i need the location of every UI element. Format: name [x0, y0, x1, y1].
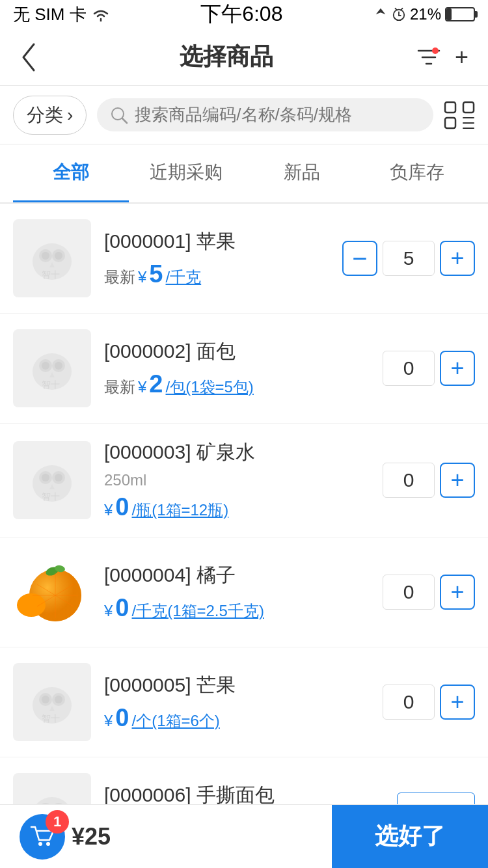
svg-point-48 — [55, 696, 62, 703]
owl-icon: 智十 — [26, 342, 78, 394]
qty-plus-1[interactable]: + — [440, 241, 475, 276]
product-image-5: 智十 — [13, 663, 91, 741]
svg-point-62 — [46, 842, 50, 846]
product-price-2: 最新 ¥ 2 /包(1袋=5包) — [104, 370, 370, 398]
product-image-4 — [13, 553, 91, 631]
status-right: 21% — [373, 5, 475, 23]
svg-point-41 — [17, 593, 46, 617]
product-price-3: ¥ 0 /瓶(1箱=12瓶) — [104, 493, 370, 521]
price-value-5: 0 — [115, 704, 129, 732]
price-value-3: 0 — [115, 493, 129, 521]
time-display: 下午6:08 — [200, 0, 282, 29]
cart-total: ¥25 — [72, 823, 111, 850]
tab-new[interactable]: 新品 — [244, 144, 360, 202]
price-symbol-2: ¥ — [138, 378, 146, 396]
price-value-4: 0 — [115, 594, 129, 622]
qty-plus-5[interactable]: + — [440, 685, 475, 720]
price-symbol-4: ¥ — [104, 602, 113, 620]
category-button[interactable]: 分类 › — [13, 96, 87, 135]
filter-bar: 分类 › — [0, 86, 488, 144]
battery-percent: 21% — [410, 5, 441, 23]
svg-text:智十: 智十 — [42, 713, 60, 724]
status-bar: 无 SIM 卡 下午6:08 21% — [0, 0, 488, 29]
price-unit-2: /包(1袋=5包) — [166, 377, 254, 398]
confirm-button[interactable]: 选好了 — [332, 805, 488, 869]
search-wrap — [97, 98, 433, 131]
owl-icon: 智十 — [26, 232, 78, 284]
price-value-2: 2 — [149, 370, 163, 398]
category-label: 分类 — [27, 103, 63, 128]
product-info-4: [0000004] 橘子 ¥ 0 /千克(1箱=2.5千克) — [104, 562, 370, 622]
nav-right: + — [416, 44, 468, 71]
product-price-1: 最新 ¥ 5 /千克 — [104, 260, 329, 288]
qty-input-2[interactable] — [383, 351, 435, 386]
svg-text:智十: 智十 — [42, 269, 60, 280]
svg-rect-11 — [445, 102, 455, 113]
product-item-3: 智十 [0000003] 矿泉水 250ml ¥ 0 /瓶(1箱=12瓶) + — [0, 424, 488, 537]
svg-point-27 — [42, 362, 49, 370]
category-chevron: › — [67, 105, 73, 126]
search-input[interactable] — [135, 105, 420, 125]
svg-point-34 — [42, 474, 49, 481]
svg-point-8 — [432, 47, 439, 54]
svg-point-20 — [42, 252, 49, 260]
owl-icon: 智十 — [26, 454, 78, 506]
product-price-4: ¥ 0 /千克(1箱=2.5千克) — [104, 594, 370, 622]
tab-all[interactable]: 全部 — [13, 144, 129, 202]
nav-left — [20, 42, 38, 73]
svg-rect-12 — [463, 102, 474, 113]
qty-plus-2[interactable]: + — [440, 351, 475, 386]
product-item-4: [0000004] 橘子 ¥ 0 /千克(1箱=2.5千克) + — [0, 537, 488, 647]
qty-input-4[interactable] — [383, 575, 435, 610]
qty-plus-3[interactable]: + — [440, 463, 475, 498]
alarm-icon — [392, 7, 406, 21]
tab-negative[interactable]: 负库存 — [360, 144, 476, 202]
qty-input-5[interactable] — [383, 685, 435, 720]
price-symbol-3: ¥ — [104, 501, 113, 519]
svg-text:智十: 智十 — [42, 491, 60, 502]
qty-ctrl-4: + — [383, 575, 475, 610]
product-info-1: [0000001] 苹果 最新 ¥ 5 /千克 — [104, 228, 329, 288]
svg-point-35 — [55, 474, 62, 481]
cart-area: 1 ¥25 — [0, 814, 332, 860]
search-icon — [110, 106, 128, 124]
add-button[interactable]: + — [455, 44, 468, 71]
price-unit-4: /千克(1箱=2.5千克) — [132, 601, 264, 621]
svg-rect-13 — [445, 118, 455, 128]
price-unit-5: /个(1箱=6个) — [132, 711, 220, 731]
qty-input-1[interactable] — [383, 241, 435, 276]
product-list: 智十 [0000001] 苹果 最新 ¥ 5 /千克 − + — [0, 204, 488, 868]
qty-minus-1[interactable]: − — [342, 241, 377, 276]
qty-ctrl-3: + — [383, 463, 475, 498]
nav-bar: 选择商品 + — [0, 29, 488, 86]
svg-point-61 — [38, 842, 42, 846]
qty-ctrl-5: + — [383, 685, 475, 720]
product-info-3: [0000003] 矿泉水 250ml ¥ 0 /瓶(1箱=12瓶) — [104, 439, 370, 521]
price-symbol-1: ¥ — [138, 268, 146, 286]
cart-badge: 1 — [46, 810, 69, 834]
product-name-3: [0000003] 矿泉水 — [104, 439, 370, 466]
price-unit-3: /瓶(1箱=12瓶) — [132, 500, 229, 521]
qty-input-3[interactable] — [383, 463, 435, 498]
qty-ctrl-1: − + — [342, 241, 475, 276]
svg-text:智十: 智十 — [42, 379, 60, 390]
product-spec-3: 250ml — [104, 471, 370, 489]
product-image-2: 智十 — [13, 329, 91, 407]
qty-plus-4[interactable]: + — [440, 575, 475, 610]
filter-button[interactable] — [416, 46, 442, 69]
product-price-5: ¥ 0 /个(1箱=6个) — [104, 704, 370, 732]
back-button[interactable] — [20, 42, 38, 73]
price-value-1: 5 — [149, 260, 163, 288]
product-item-5: 智十 [0000005] 芒果 ¥ 0 /个(1箱=6个) + — [0, 647, 488, 757]
location-icon — [373, 7, 388, 21]
scan-icon[interactable] — [444, 101, 475, 129]
sim-status: 无 SIM 卡 — [13, 3, 87, 26]
product-info-2: [0000002] 面包 最新 ¥ 2 /包(1袋=5包) — [104, 338, 370, 398]
status-left: 无 SIM 卡 — [13, 3, 110, 26]
cart-icon-wrap: 1 — [20, 814, 65, 860]
wifi-icon — [92, 7, 110, 21]
bottom-bar: 1 ¥25 选好了 — [0, 804, 488, 868]
tab-recent[interactable]: 近期采购 — [129, 144, 245, 202]
price-label-1: 最新 — [104, 267, 135, 288]
svg-point-47 — [42, 696, 49, 703]
